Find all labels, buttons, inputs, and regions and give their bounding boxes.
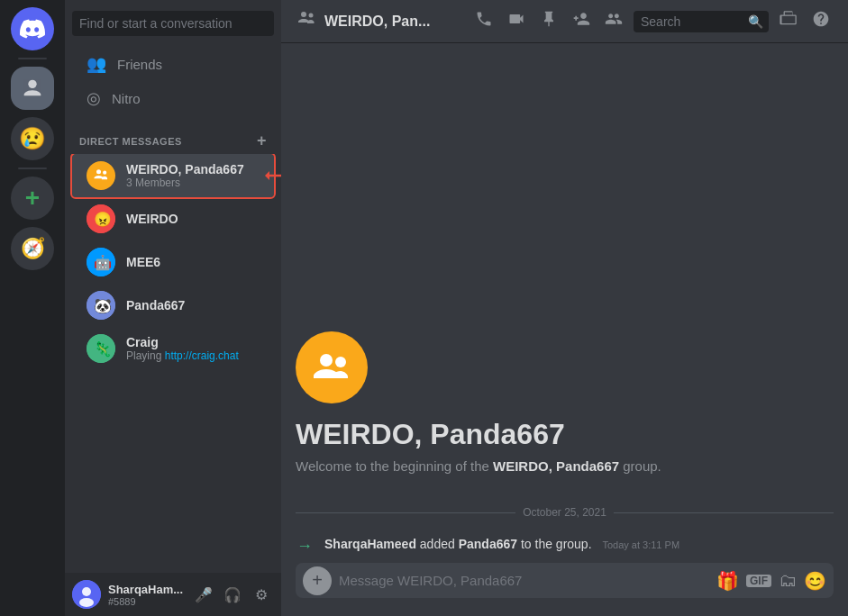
welcome-description: Welcome to the beginning of the WEIRDO, … <box>296 458 834 474</box>
date-divider: October 25, 2021 <box>296 506 834 519</box>
message-timestamp: Today at 3:11 PM <box>602 539 679 550</box>
dm-info-mee6: MEE6 <box>126 255 260 269</box>
friends-nav-item[interactable]: 👥 Friends <box>72 47 274 81</box>
discord-home-button[interactable] <box>11 7 54 50</box>
nitro-label: Nitro <box>112 91 141 106</box>
welcome-title: WEIRDO, Panda667 <box>296 418 834 451</box>
dm-info-group: WEIRDO, Panda667 3 Members <box>126 162 260 189</box>
dm-avatar-panda: 🐼 <box>87 291 115 320</box>
annotation-arrow <box>265 167 281 185</box>
add-server-button[interactable]: + <box>11 177 54 220</box>
search-icon: 🔍 <box>748 14 763 29</box>
svg-text:🦎: 🦎 <box>94 340 112 358</box>
user-panel: SharqaHam... #5889 🎤 🎧 ⚙ <box>65 573 281 616</box>
svg-point-0 <box>28 80 36 88</box>
dm-search-area <box>65 0 281 47</box>
message-target: Panda667 <box>459 537 517 551</box>
main-chat-area: WEIRDO, Pan... 🔍 <box>281 0 848 616</box>
server-divider-2 <box>18 168 47 169</box>
dm-name-weirdo: WEIRDO <box>126 212 260 226</box>
svg-point-14 <box>82 587 91 596</box>
dm-info-panda: Panda667 <box>126 298 260 313</box>
chat-content: WEIRDO, Panda667 Welcome to the beginnin… <box>281 43 848 563</box>
message-content: SharqaHameed added Panda667 to the group… <box>324 537 834 551</box>
chat-input-box: + 🎁 GIF 🗂 😊 <box>296 563 834 598</box>
current-user-info: SharqaHam... #5889 <box>108 583 184 607</box>
dm-item-weirdo[interactable]: 😠 WEIRDO <box>72 197 274 240</box>
dm-item-craig[interactable]: 🦎 Craig Playing http://craig.chat <box>72 327 274 370</box>
gift-icon[interactable]: 🎁 <box>716 570 739 592</box>
add-dm-button[interactable]: + <box>257 131 267 150</box>
dm-name-panda: Panda667 <box>126 298 260 313</box>
dm-avatar-mee6: 🤖 <box>87 248 115 276</box>
search-container: 🔍 <box>634 11 769 32</box>
current-user-tag: #5889 <box>108 596 184 607</box>
chat-input-area: + 🎁 GIF 🗂 😊 <box>281 563 848 616</box>
headset-button[interactable]: 🎧 <box>220 582 245 607</box>
dm-item-panda[interactable]: 🐼 Panda667 <box>72 284 274 327</box>
svg-point-18 <box>320 354 333 367</box>
nitro-nav-item[interactable]: ◎ Nitro <box>72 81 274 115</box>
find-conversation-input[interactable] <box>72 11 274 36</box>
dm-name-mee6: MEE6 <box>126 255 260 269</box>
dm-sub-group: 3 Members <box>126 177 260 189</box>
message-sender: SharqaHameed <box>324 537 416 551</box>
message-input[interactable] <box>339 563 709 598</box>
emoji-icon[interactable]: 😊 <box>804 570 826 592</box>
dm-avatar-group <box>87 161 115 190</box>
help-button[interactable] <box>808 6 834 36</box>
friends-label: Friends <box>117 57 162 72</box>
message-arrow-icon: → <box>296 537 314 556</box>
dm-avatar-craig: 🦎 <box>87 334 115 363</box>
user-actions: 🎤 🎧 ⚙ <box>191 582 274 607</box>
chat-welcome: WEIRDO, Panda667 Welcome to the beginnin… <box>296 295 834 492</box>
current-user-name: SharqaHam... <box>108 583 184 596</box>
members-button[interactable] <box>601 6 626 36</box>
dm-item-mee6[interactable]: 🤖 MEE6 <box>72 240 274 284</box>
server-sidebar: 😢 + 🧭 <box>0 0 65 616</box>
discover-servers-button[interactable]: 🧭 <box>11 227 54 270</box>
settings-button[interactable]: ⚙ <box>249 582 274 607</box>
craig-link[interactable]: http://craig.chat <box>165 349 239 362</box>
mic-button[interactable]: 🎤 <box>191 582 216 607</box>
svg-text:😠: 😠 <box>94 211 112 228</box>
chat-header-name: WEIRDO, Pan... <box>324 14 430 30</box>
dm-item-group[interactable]: WEIRDO, Panda667 3 Members <box>72 154 274 197</box>
svg-point-1 <box>96 169 101 174</box>
friends-icon: 👥 <box>87 54 106 74</box>
nitro-icon: ◎ <box>87 88 101 108</box>
message-action-suffix: to the group. <box>521 537 592 551</box>
svg-point-15 <box>79 598 94 607</box>
inbox-button[interactable] <box>776 6 801 36</box>
attach-file-button[interactable]: + <box>303 566 332 595</box>
add-member-button[interactable] <box>569 6 594 36</box>
input-actions: 🎁 GIF 🗂 😊 <box>716 570 826 592</box>
svg-point-2 <box>103 171 106 175</box>
current-user-avatar <box>72 580 101 609</box>
svg-text:🤖: 🤖 <box>94 254 112 271</box>
server-icon-user1[interactable] <box>11 67 54 110</box>
svg-text:🐼: 🐼 <box>94 297 112 314</box>
chat-message: → SharqaHameed added Panda667 to the gro… <box>296 533 834 559</box>
video-call-button[interactable] <box>504 6 529 36</box>
dm-sub-craig: Playing http://craig.chat <box>126 349 260 362</box>
message-action: added <box>420 537 459 551</box>
direct-messages-header: DIRECT MESSAGES + <box>65 115 281 154</box>
pin-button[interactable] <box>536 6 561 36</box>
gif-button[interactable]: GIF <box>746 575 771 587</box>
dm-info-craig: Craig Playing http://craig.chat <box>126 335 260 362</box>
dm-avatar-weirdo: 😠 <box>87 204 115 233</box>
server-divider <box>18 58 47 59</box>
dm-sidebar: 👥 Friends ◎ Nitro DIRECT MESSAGES + WEIR… <box>65 0 281 616</box>
dm-name-group: WEIRDO, Panda667 <box>126 162 260 177</box>
welcome-avatar <box>296 331 368 403</box>
chat-header-group-icon <box>296 8 317 34</box>
svg-point-16 <box>301 12 306 17</box>
chat-header: WEIRDO, Pan... 🔍 <box>281 0 848 43</box>
svg-point-17 <box>309 14 314 18</box>
dm-info-weirdo: WEIRDO <box>126 212 260 226</box>
phone-call-button[interactable] <box>471 6 497 36</box>
svg-marker-4 <box>265 171 269 180</box>
sticker-icon[interactable]: 🗂 <box>779 570 797 591</box>
server-icon-emoji[interactable]: 😢 <box>11 117 54 160</box>
